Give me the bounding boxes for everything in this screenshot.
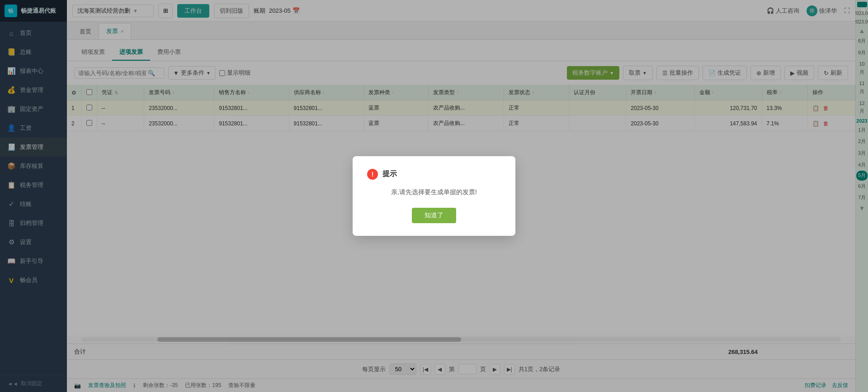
modal-overlay: ! 提示 亲,请先选择要生成单据的发票! 知道了 [0, 0, 868, 392]
dialog-body: 亲,请先选择要生成单据的发票! [367, 187, 501, 197]
dialog-header: ! 提示 [367, 169, 501, 180]
dialog-confirm-button[interactable]: 知道了 [412, 208, 456, 223]
dialog-footer: 知道了 [367, 208, 501, 223]
alert-dialog: ! 提示 亲,请先选择要生成单据的发票! 知道了 [353, 156, 515, 236]
dialog-title: 提示 [382, 169, 397, 179]
warning-icon: ! [367, 169, 378, 180]
